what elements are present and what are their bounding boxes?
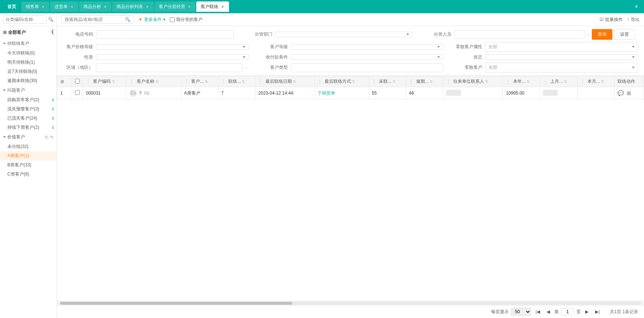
scrollbar-thumb[interactable] xyxy=(60,302,292,305)
content-area: 🔍 ▼ 更多条件 ▾ 我分管的客户 ☑ 批量操作 ↑ 导出 xyxy=(57,13,644,318)
tree-item-repurchase-abnormal[interactable]: 回购异常客户(2) ℹ xyxy=(0,95,57,105)
tab-purchase-close[interactable]: × xyxy=(70,4,74,9)
td-customer-name: Ea ？ RE . xyxy=(126,87,181,99)
tree-item-continuous-down[interactable]: 持续下滑客户(2) ℹ xyxy=(0,123,57,132)
th-last-month[interactable]: ⋮ 上月... ⇅ xyxy=(540,76,577,87)
tree-item-today[interactable]: 今天待联络(0) xyxy=(0,49,57,58)
table-settings-icon[interactable]: ⚙ xyxy=(60,79,64,84)
tree-item-class-c[interactable]: C类客户(6) xyxy=(0,170,57,179)
filter-select-price-level[interactable] xyxy=(96,44,249,50)
select-all-checkbox[interactable] xyxy=(75,79,80,84)
tree-item-unsorted[interactable]: 未分组(32) xyxy=(0,142,57,151)
filter-select-payment-arrow xyxy=(437,56,440,58)
th-action: 联络动作 xyxy=(614,76,644,87)
not-contacted-value: 55 xyxy=(372,91,377,96)
next-page-button[interactable]: ▶ xyxy=(583,308,591,315)
setting-button[interactable]: 设置 xyxy=(614,29,635,40)
tree-item-near7days[interactable]: 近7天待联络(0) xyxy=(0,67,57,76)
filter-search-icon[interactable]: 🔍 xyxy=(125,17,130,22)
page-size-select[interactable]: 50 100 200 xyxy=(511,308,531,316)
filter-select-nature[interactable] xyxy=(96,54,249,60)
filter-ellipsis-manager[interactable]: ··· xyxy=(585,32,592,37)
tab-sales[interactable]: 销售单 × xyxy=(21,1,49,12)
scrollbar-track[interactable] xyxy=(60,302,641,305)
last-contact-method-link[interactable]: 下销货单 xyxy=(318,91,335,96)
th-customer-type[interactable]: ⋮ 客户... ⇅ xyxy=(181,76,218,87)
th-overdue[interactable]: ⋮ 逾期... ⇅ xyxy=(406,76,443,87)
th-this-year[interactable]: ⋮ 本年... ⇅ xyxy=(503,76,540,87)
query-button[interactable]: 查询 xyxy=(592,29,612,40)
tree-group-value-customer-header[interactable]: 价值客户 ↻ ✎ xyxy=(0,132,57,142)
tab-customer-contact[interactable]: 客户联络 × xyxy=(196,1,229,12)
filter-input-region[interactable] xyxy=(96,63,242,72)
tab-customer-contact-close[interactable]: × xyxy=(221,4,224,9)
horizontal-scrollbar[interactable] xyxy=(57,301,644,305)
export-label: 导出 xyxy=(631,17,640,23)
th-contact-count[interactable]: ⋮ 联络... ⇅ xyxy=(218,76,255,87)
sidebar-header: ⊞ 全部客户 《 xyxy=(0,26,57,39)
tab-customer-segment-close[interactable]: × xyxy=(187,4,191,9)
export-button[interactable]: ↑ 导出 xyxy=(627,17,640,23)
pagination: 每页显示 50 100 200 |◀ ◀ 第 页 ▶ ▶| 共1页 1条记录 xyxy=(491,308,638,316)
first-page-button[interactable]: |◀ xyxy=(533,308,542,315)
batch-ops-button[interactable]: ☑ 批量操作 xyxy=(600,17,623,23)
sidebar-collapse-icon[interactable]: 《 xyxy=(49,29,54,36)
filter-select-status[interactable] xyxy=(485,54,638,60)
chat-action-icon[interactable]: 💬 xyxy=(618,90,624,96)
filter-field-payment: 收付款条件 xyxy=(258,54,444,60)
overdue-value: 48 xyxy=(409,91,414,96)
filter-input-manager[interactable] xyxy=(454,30,585,39)
tab-goods-analysis-close[interactable]: × xyxy=(103,4,107,9)
filter-select-customer-level[interactable] xyxy=(291,44,444,50)
filter-select-dept[interactable] xyxy=(275,32,413,37)
tab-goods-analysis-list[interactable]: 商品分析列表 × xyxy=(112,1,153,12)
tab-sales-close[interactable]: × xyxy=(41,4,45,9)
th-this-month[interactable]: ⋮ 本月... ⇅ xyxy=(577,76,614,87)
my-customers-checkbox[interactable]: 我分管的客户 xyxy=(170,17,203,23)
tree-item-class-a[interactable]: A类客户(1) xyxy=(0,151,57,160)
filter-more-conditions[interactable]: ▼ 更多条件 ▾ xyxy=(138,17,165,23)
tree-item-lost-pre[interactable]: 流失预警客户(3) ℹ xyxy=(0,105,57,114)
tree-item-lost[interactable]: 已流失客户(24) ℹ xyxy=(0,114,57,123)
tab-customer-segment[interactable]: 客户分层经营 × xyxy=(154,1,196,12)
tree-item-tomorrow[interactable]: 明天待联络(1) xyxy=(0,58,57,67)
prev-page-button[interactable]: ◀ xyxy=(544,308,552,315)
tree-item-overdue[interactable]: 逾期未联络(30) xyxy=(0,76,57,85)
tab-goods-analysis-list-close[interactable]: × xyxy=(145,4,149,9)
th-last-contact-date[interactable]: ⋮ 最后联络日期 ⇅ xyxy=(255,76,314,87)
filter-more-label: 更多条件 xyxy=(144,17,162,23)
filter-ellipsis-region[interactable]: ··· xyxy=(242,65,249,70)
tree-item-class-b[interactable]: B类客户(33) xyxy=(0,160,57,170)
filter-select-retail-customer[interactable]: 全部 xyxy=(485,63,638,73)
th-drag-this-year: ⋮ xyxy=(506,79,510,84)
sidebar-search-input[interactable] xyxy=(3,15,47,24)
my-customers-checkbox-input[interactable] xyxy=(170,17,175,22)
th-unit-contact[interactable]: ⋮ 往来单位联系人 ⇅ xyxy=(443,76,503,87)
filter-select-retail-attr[interactable]: 全部 xyxy=(485,42,638,52)
tree-group-problem-customer-header[interactable]: 问题客户 xyxy=(0,85,57,95)
filter-label-price-level: 客户价格等级 xyxy=(63,44,96,50)
page-input[interactable] xyxy=(561,308,574,315)
tab-home[interactable]: 首页 xyxy=(3,1,21,12)
th-last-contact-method[interactable]: ⋮ 最后联络方式 ⇅ xyxy=(314,76,369,87)
td-checkbox xyxy=(72,87,83,99)
tab-purchase[interactable]: 进货单 × xyxy=(50,1,78,12)
filter-input-customer-type[interactable] xyxy=(291,63,444,72)
th-customer-code[interactable]: ⋮ 客户编码 ⇅ xyxy=(83,76,126,87)
tree-group-pending-contact-header[interactable]: 待联络客户 xyxy=(0,39,57,49)
filter-search-input[interactable] xyxy=(65,17,124,22)
tab-goods-analysis[interactable]: 商品分析 × xyxy=(79,1,111,12)
qr-action-icon[interactable]: ⊞ xyxy=(627,90,631,96)
unit-contact-value xyxy=(446,90,461,96)
filter-select-payment[interactable] xyxy=(291,54,444,60)
last-page-button[interactable]: ▶| xyxy=(593,308,602,315)
filter-input-phone[interactable] xyxy=(96,30,233,39)
edit-icon[interactable]: ✎ xyxy=(50,135,54,140)
filter-select-nature-arrow xyxy=(243,56,246,58)
row-checkbox[interactable] xyxy=(75,90,80,95)
window-close-icon[interactable]: × xyxy=(632,3,641,10)
sidebar-search-icon[interactable]: 🔍 xyxy=(48,17,54,22)
refresh-icon[interactable]: ↻ xyxy=(45,135,49,140)
th-not-contacted[interactable]: ⋮ 未联... ⇅ xyxy=(369,76,406,87)
th-customer-name[interactable]: ⋮ 客户名称 ⇅ xyxy=(126,76,181,87)
